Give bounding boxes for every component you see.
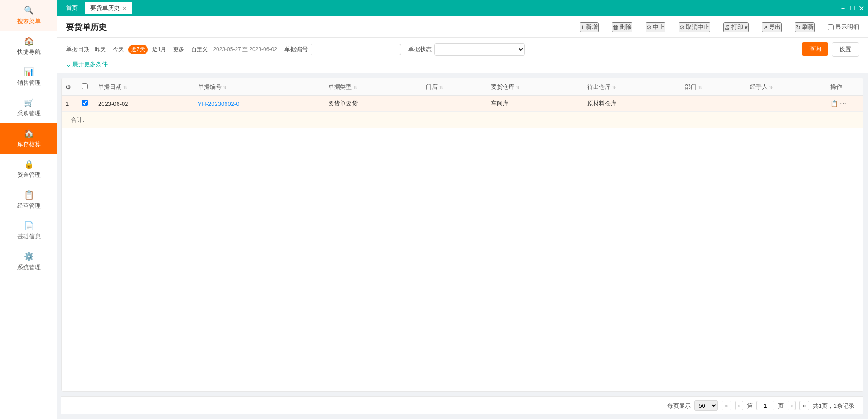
stop-icon: ⊘ (646, 24, 651, 31)
doc-number-label: 单据编号 (284, 45, 308, 53)
col-handler: 经手人 ⇅ (746, 78, 827, 96)
col-doc-number: 单据编号 ⇅ (194, 78, 325, 96)
chart-icon: 📊 (24, 67, 34, 77)
minimize-icon[interactable]: － (840, 4, 847, 13)
divider (755, 24, 755, 31)
today-btn[interactable]: 今天 (110, 45, 127, 54)
page-number-input[interactable] (756, 401, 774, 410)
row-edit-btn[interactable]: 📋 (830, 100, 838, 107)
row-department (681, 96, 746, 112)
page-header: 要货单历史 + 新增 🗑 删除 ⊘ 中止 (57, 16, 868, 38)
export-button[interactable]: ↗ 导出 (762, 22, 782, 32)
row-checkbox[interactable] (78, 96, 94, 112)
more-btn[interactable]: 更多 (170, 45, 187, 54)
chevron-down-icon: ⌄ (66, 61, 71, 68)
sidebar-item-inventory[interactable]: 🏠 库存核算 (0, 123, 57, 154)
sidebar-item-search-menu[interactable]: 🔍 搜索菜单 (0, 0, 57, 31)
row-store (422, 96, 487, 112)
settings-button[interactable]: 设置 (832, 42, 859, 57)
delete-icon: 🗑 (613, 24, 618, 31)
last7days-btn[interactable]: 近7天 (128, 45, 148, 54)
cancel-stop-button[interactable]: ⊘ 取消中止 (679, 22, 710, 32)
col-doc-type: 单据类型 ⇅ (325, 78, 423, 96)
prev-page-btn[interactable]: ‹ (735, 401, 743, 410)
yesterday-btn[interactable]: 昨天 (92, 45, 108, 54)
sidebar: 🔍 搜索菜单 🏠 快捷导航 📊 销售管理 🛒 采购管理 🏠 库存核算 🔒 资金管… (0, 0, 57, 419)
table-container: ⚙ 单据日期 ⇅ 单据编号 ⇅ (61, 78, 863, 392)
query-button[interactable]: 查询 (802, 42, 828, 56)
sort-icon[interactable]: ⇅ (123, 85, 127, 90)
divider (821, 24, 821, 31)
cart-icon: 🛒 (24, 98, 34, 108)
show-detail-checkbox[interactable]: 显示明细 (828, 23, 859, 31)
cancel-stop-icon: ⊘ (679, 24, 684, 31)
sidebar-item-finance[interactable]: 🔒 资金管理 (0, 154, 57, 185)
expand-more-btn[interactable]: ⌄ 展开更多条件 (66, 60, 859, 68)
doc-status-select[interactable] (434, 43, 525, 56)
tab-requisition-history[interactable]: 要货单历史 ✕ (85, 2, 132, 14)
select-all-checkbox[interactable] (82, 83, 88, 89)
doc-number-input[interactable] (311, 44, 401, 55)
window-close-icon[interactable]: ✕ (859, 4, 864, 13)
delete-button[interactable]: 🗑 删除 (612, 22, 632, 32)
col-operations: 操作 (827, 78, 863, 96)
doc-number-filter: 单据编号 (284, 44, 401, 55)
sidebar-item-sales[interactable]: 📊 销售管理 (0, 62, 57, 92)
refresh-button[interactable]: ↻ 刷新 (795, 22, 815, 32)
sort-icon[interactable]: ⇅ (769, 85, 773, 90)
print-icon: 🖨 (724, 24, 730, 31)
last1month-btn[interactable]: 近1月 (150, 45, 169, 54)
tab-home[interactable]: 首页 (61, 2, 83, 14)
divider (672, 24, 672, 31)
row-more-btn[interactable]: ⋯ (840, 100, 846, 107)
row-index: 1 (62, 96, 78, 112)
next-page-btn[interactable]: › (788, 401, 796, 410)
sort-icon[interactable]: ⇅ (516, 85, 519, 90)
doc-number-link[interactable]: YH-20230602-0 (198, 100, 240, 107)
sidebar-item-purchase[interactable]: 🛒 采购管理 (0, 92, 57, 123)
sidebar-item-system[interactable]: ⚙️ 系统管理 (0, 246, 57, 277)
row-pending-warehouse: 原材料仓库 (584, 96, 682, 112)
per-page-select[interactable]: 50 100 (694, 400, 718, 411)
sidebar-item-operations[interactable]: 📋 经营管理 (0, 185, 57, 215)
date-range-display: 2023-05-27 至 2023-06-02 (213, 46, 277, 53)
last-page-btn[interactable]: » (799, 401, 809, 410)
page-label: 第 (747, 402, 753, 410)
table-row[interactable]: 1 2023-06-02 YH-20230602-0 要货单要货 车间库 原材料… (62, 96, 863, 112)
col-pending-warehouse: 待出仓库 ⇅ (584, 78, 682, 96)
col-doc-date: 单据日期 ⇅ (94, 78, 194, 96)
new-button[interactable]: + 新增 (580, 22, 599, 32)
page-unit: 页 (778, 402, 784, 410)
show-detail-input[interactable] (828, 24, 834, 30)
main-area: 首页 要货单历史 ✕ － □ ✕ 要货单历史 + 新增 🗑 (57, 0, 868, 419)
table-footer: 合计: (62, 112, 863, 128)
sort-icon[interactable]: ⇅ (439, 85, 443, 90)
row-doc-type: 要货单要货 (325, 96, 423, 112)
content-area: 要货单历史 + 新增 🗑 删除 ⊘ 中止 (57, 16, 868, 419)
divider (605, 24, 605, 31)
sidebar-item-quick-nav[interactable]: 🏠 快捷导航 (0, 31, 57, 62)
search-icon: 🔍 (24, 5, 34, 15)
sidebar-item-basic-info[interactable]: 📄 基础信息 (0, 215, 57, 246)
inventory-icon: 🏠 (24, 129, 34, 138)
col-department: 部门 ⇅ (681, 78, 746, 96)
stop-button[interactable]: ⊘ 中止 (646, 22, 665, 32)
tab-bar: 首页 要货单历史 ✕ － □ ✕ (57, 0, 868, 16)
doc-status-label: 单据状态 (408, 45, 432, 53)
data-table: ⚙ 单据日期 ⇅ 单据编号 ⇅ (62, 78, 863, 112)
row-doc-number: YH-20230602-0 (194, 96, 325, 112)
row-req-warehouse: 车间库 (487, 96, 584, 112)
sort-icon[interactable]: ⇅ (223, 85, 226, 90)
row-doc-date: 2023-06-02 (94, 96, 194, 112)
custom-btn[interactable]: 自定义 (189, 45, 210, 54)
sort-icon[interactable]: ⇅ (612, 85, 616, 90)
refresh-icon: ↻ (796, 24, 801, 31)
sort-icon[interactable]: ⇅ (698, 85, 702, 90)
table-settings-icon[interactable]: ⚙ (66, 84, 71, 90)
tab-close-icon[interactable]: ✕ (123, 5, 127, 11)
filter-row-1: 单据日期 昨天 今天 近7天 近1月 更多 自定义 2023-05-27 至 2… (66, 42, 859, 57)
print-button[interactable]: 🖨 打印 ▾ (723, 22, 749, 32)
first-page-btn[interactable]: « (722, 401, 731, 410)
sort-icon[interactable]: ⇅ (354, 85, 357, 90)
maximize-icon[interactable]: □ (850, 4, 855, 12)
